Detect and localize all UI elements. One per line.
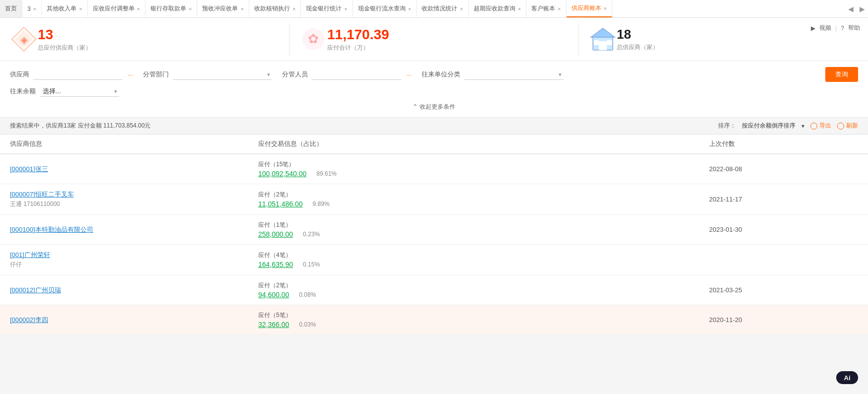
sort-label[interactable]: 按应付余额倒序排序 — [742, 122, 796, 130]
export-btn[interactable]: 导出 — [810, 122, 831, 130]
results-right: 排序： 按应付余额倒序排序 ▾ 导出 刷新 — [718, 122, 858, 130]
supplier-link[interactable]: [000100]本特勤油品有限公司 — [10, 226, 93, 233]
nav-tab-other-income[interactable]: 其他收入单× — [42, 0, 87, 17]
trans-row: 11,051,486.00 9.89% — [258, 200, 709, 208]
nav-tab-close-prepay-ar[interactable]: × — [240, 6, 243, 12]
manager-input[interactable] — [312, 69, 401, 80]
nav-tab-receipt-stat[interactable]: 收款情况统计× — [417, 0, 468, 17]
refresh-icon — [837, 123, 844, 130]
nav-tab-close-cash-bank-stat[interactable]: × — [344, 6, 347, 12]
video-icon: ▶ — [811, 25, 815, 32]
search-bar: 供应商 ··· 分管部门 分管人员 ··· 往来单位分类 查询 — [0, 61, 868, 118]
nav-tab-close-receipt-stat[interactable]: × — [460, 6, 463, 12]
nav-tab-close-tab3[interactable]: × — [33, 6, 36, 12]
balance-label: 往来余额 — [10, 87, 36, 96]
nav-tab-bank-deposit[interactable]: 银行存取款单× — [145, 0, 197, 17]
query-button[interactable]: 查询 — [825, 67, 858, 82]
trans-info: 应付（2笔） 94,600.00 0.08% — [258, 281, 709, 299]
nav-tab-close-bank-deposit[interactable]: × — [189, 6, 192, 12]
nav-tab-prepay-ar[interactable]: 预收冲应收单× — [197, 0, 249, 17]
stat-number-2: 18 — [617, 27, 658, 42]
trans-info: 应付（4笔） 164,635.90 0.15% — [258, 251, 709, 268]
trans-percent: 0.15% — [303, 261, 320, 268]
nav-next-arrow[interactable]: ▶ — [857, 0, 868, 17]
supplier-cell: [000100]本特勤油品有限公司 — [10, 225, 258, 234]
supplier-link[interactable]: [001]广州荣轩 — [10, 251, 50, 259]
help-icon: ? — [841, 25, 844, 32]
stat-number-0: 13 — [38, 26, 91, 43]
trans-label: 应付（5笔） — [258, 311, 709, 320]
dept-field: 分管部门 — [143, 69, 272, 80]
nav-tab-close-overdue-ar[interactable]: × — [518, 6, 521, 12]
nav-tab-close-customer-book[interactable]: × — [558, 6, 561, 12]
video-link[interactable]: 视频 — [819, 24, 831, 32]
supplier-link[interactable]: [000007]恒旺二手叉车 — [10, 191, 74, 198]
supplier-link[interactable]: [000001]张三 — [10, 165, 48, 173]
collapse-bar[interactable]: ⌃ 收起更多条件 — [10, 101, 858, 113]
nav-tab-customer-book[interactable]: 客户账本× — [526, 0, 566, 17]
trans-info: 应付（5笔） 32,366.00 0.03% — [258, 311, 709, 328]
balance-field: 往来余额 选择... — [10, 86, 119, 97]
search-row-2: 往来余额 选择... — [10, 86, 858, 97]
unit-type-field: 往来单位分类 — [422, 69, 564, 80]
trans-amount[interactable]: 100,092,540.00 — [258, 170, 306, 178]
nav-tab-home[interactable]: 首页 — [0, 0, 22, 17]
nav-prev-arrow[interactable]: ◀ — [845, 0, 857, 17]
nav-tab-tab3[interactable]: 3× — [22, 0, 42, 17]
last-pay-date: 2023-01-30 — [709, 226, 742, 233]
trans-amount[interactable]: 32,366.00 — [258, 321, 289, 328]
header-trans: 应付交易信息（占比） — [258, 139, 709, 148]
svg-text:◈: ◈ — [20, 34, 28, 45]
dept-select[interactable] — [173, 69, 272, 80]
search-row-1: 供应商 ··· 分管部门 分管人员 ··· 往来单位分类 查询 — [10, 67, 858, 82]
unit-type-label: 往来单位分类 — [422, 70, 460, 79]
trans-amount[interactable]: 164,635.90 — [258, 261, 293, 268]
supplier-field: 供应商 ··· — [10, 69, 133, 80]
svg-text:✿: ✿ — [308, 31, 319, 46]
nav-tab-ar-ap-adjust[interactable]: 应收应付调整单× — [88, 0, 145, 17]
stat-item-0: ◈ 13 总应付供应商（家） — [0, 23, 289, 56]
supplier-sub: 仔仔 — [10, 261, 258, 269]
supplier-link[interactable]: [000002]李四 — [10, 316, 48, 324]
svg-rect-9 — [607, 40, 612, 45]
nav-tab-close-cash-flow-query[interactable]: × — [408, 6, 411, 12]
refresh-btn[interactable]: 刷新 — [837, 122, 858, 130]
balance-select-wrapper: 选择... — [40, 86, 119, 97]
supplier-cell: [001]广州荣轩 仔仔 — [10, 251, 258, 269]
trans-info: 应付（1笔） 258,000.00 0.23% — [258, 221, 709, 238]
stat-item-1: ✿ 11,170.39 应付合计（万） — [289, 23, 579, 56]
trans-amount[interactable]: 11,051,486.00 — [258, 200, 303, 208]
trans-amount[interactable]: 94,600.00 — [258, 291, 289, 299]
nav-tab-receipt-verify[interactable]: 收款核销执行× — [249, 0, 301, 17]
trans-row: 258,000.00 0.23% — [258, 230, 709, 238]
svg-rect-7 — [599, 41, 607, 50]
nav-tab-close-receipt-verify[interactable]: × — [292, 6, 295, 12]
unit-type-select[interactable] — [464, 69, 564, 80]
nav-tab-close-other-income[interactable]: × — [79, 6, 82, 12]
nav-tab-close-ar-ap-adjust[interactable]: × — [137, 6, 140, 12]
nav-tab-close-supplier-book[interactable]: × — [604, 5, 607, 11]
supplier-input[interactable] — [33, 69, 123, 80]
supplier-sub: 王通 17106110000 — [10, 200, 258, 208]
supplier-dots[interactable]: ··· — [128, 71, 133, 78]
last-pay-date: 2020-11-20 — [709, 316, 742, 324]
table-row: [000002]李四 应付（5笔） 32,366.00 0.03% 2020-1… — [0, 305, 868, 335]
balance-select[interactable]: 选择... — [40, 86, 119, 97]
flower-icon: ✿ — [299, 25, 327, 53]
stat-content-2: 18 总供应商（家） — [617, 27, 658, 52]
trans-amount[interactable]: 258,000.00 — [258, 230, 293, 238]
export-label: 导出 — [819, 122, 831, 130]
table-row: [001]广州荣轩 仔仔 应付（4笔） 164,635.90 0.15% — [0, 245, 868, 275]
nav-tab-cash-flow-query[interactable]: 现金银行流水查询× — [353, 0, 417, 17]
nav-tab-supplier-book[interactable]: 供应商账本× — [567, 0, 612, 17]
nav-tab-cash-bank-stat[interactable]: 现金银行统计× — [301, 0, 353, 17]
trans-percent: 0.08% — [299, 291, 316, 298]
nav-tab-overdue-ar[interactable]: 超期应收款查询× — [469, 0, 526, 17]
last-pay-date: 2021-11-17 — [709, 196, 742, 203]
supplier-link[interactable]: [000012]广州贝瑞 — [10, 286, 61, 294]
supplier-cell: [000001]张三 — [10, 165, 258, 174]
last-pay-cell: 2022-08-08 — [709, 165, 858, 173]
help-link[interactable]: 帮助 — [848, 24, 860, 32]
manager-dots[interactable]: ··· — [406, 71, 412, 78]
last-pay-date: 2022-08-08 — [709, 165, 742, 173]
